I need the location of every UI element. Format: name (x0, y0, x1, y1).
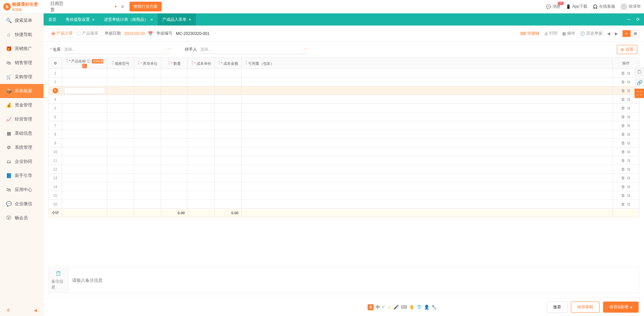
view-list-button[interactable]: ≡ (623, 30, 631, 37)
save-draft-button[interactable]: 保存草稿 (571, 302, 600, 313)
table-row[interactable]: 10🗑⧉ (49, 147, 639, 156)
delete-icon[interactable]: 🗑 (621, 97, 625, 102)
date-value[interactable]: 2023-03-20 (124, 31, 145, 36)
copy-icon[interactable]: ⧉ (627, 202, 630, 207)
tab-minimize-button[interactable]: — (625, 15, 633, 24)
prev-button[interactable]: ◀ (607, 31, 610, 36)
delete-icon[interactable]: 🗑 (621, 132, 625, 137)
view-card-button[interactable]: ▦ (631, 30, 639, 37)
calendar-icon[interactable]: 📅 (148, 31, 153, 36)
th-avail[interactable]: ▲▼可用量（包装） (241, 58, 612, 69)
settings-button[interactable]: ⚙ 设置 (617, 45, 637, 54)
discard-button[interactable]: 放弃 (547, 302, 568, 313)
add-row-icon[interactable]: + (53, 88, 58, 93)
tab-1[interactable]: 售价提取设置✕ (61, 13, 99, 26)
radio-product-in[interactable]: 产品入库 (51, 31, 73, 36)
sidebar-item-12[interactable]: 🛍应用中心 (0, 183, 44, 197)
dock-note-button[interactable]: 🗒 (635, 67, 644, 77)
copy-icon[interactable]: ⧉ (627, 115, 630, 119)
sidebar-item-10[interactable]: 🗂企业协同 (0, 154, 44, 169)
sidebar-item-1[interactable]: ⌂快捷导航 (0, 28, 44, 42)
gear-icon[interactable]: ⚙ (121, 4, 124, 9)
handler-select[interactable]: 选择... ⋯ (200, 45, 308, 54)
delete-icon[interactable]: 🗑 (621, 176, 625, 180)
dots-icon[interactable]: ⋯ (304, 47, 308, 51)
table-row[interactable]: 5🗑⧉ (49, 104, 639, 112)
th-unit[interactable]: ▲▼*库存单位 (134, 58, 161, 69)
sidebar-item-9[interactable]: ⚙系统管理 (0, 140, 44, 154)
sidebar-item-14[interactable]: Ⓥ畅会员 (0, 211, 44, 225)
table-row[interactable]: +🗑⧉ (49, 86, 639, 95)
table-row[interactable]: 2🗑⧉ (49, 78, 639, 86)
delete-icon[interactable]: 🗑 (621, 193, 625, 198)
delete-icon[interactable]: 🗑 (621, 167, 625, 172)
sidebar-item-3[interactable]: 🛍销售管理 (0, 56, 44, 70)
print-button[interactable]: 🖨 打印 (544, 31, 557, 36)
sidebar-item-13[interactable]: 💬企业微信 (0, 197, 44, 211)
ime-hand-icon[interactable]: ✋ (409, 305, 415, 310)
gear-icon[interactable]: ⚙ (7, 308, 10, 313)
service-link[interactable]: 🎧 在线客服 (593, 4, 615, 9)
app-download-link[interactable]: 📱 App下载 (566, 4, 587, 9)
copy-icon[interactable]: ⧉ (627, 88, 630, 93)
delete-icon[interactable]: 🗑 (621, 184, 625, 189)
sidebar-item-4[interactable]: 🛒采购管理 (0, 70, 44, 84)
radio-product-out[interactable]: 产品退库 (77, 31, 98, 36)
table-row[interactable]: 4🗑⧉ (49, 95, 639, 104)
ime-shirt-icon[interactable]: 👕 (417, 305, 422, 310)
copy-icon[interactable]: ⧉ (627, 158, 630, 163)
close-icon[interactable]: ✕ (189, 18, 191, 21)
sidebar-item-0[interactable]: 🔍搜索菜单 (0, 13, 44, 28)
tab-3[interactable]: 产成品入库单✕ (158, 13, 196, 26)
ime-mic-icon[interactable]: 🎤 (393, 305, 399, 310)
delete-icon[interactable]: 🗑 (621, 106, 625, 110)
messages-link[interactable]: 💬 消息 70 (546, 4, 560, 9)
ime-tool-icon[interactable]: 🔧 (431, 305, 437, 310)
ime-keyboard-icon[interactable]: ⌨ (401, 305, 407, 310)
save-new-button[interactable]: 保存&新增 ▾ (603, 302, 639, 313)
copy-icon[interactable]: ⧉ (627, 80, 630, 84)
delete-icon[interactable]: 🗑 (621, 202, 625, 207)
shortcut-button[interactable]: ⌨ 快捷键 (520, 31, 539, 36)
delete-icon[interactable]: 🗑 (621, 123, 625, 128)
dots-icon[interactable]: ⋯ (167, 47, 171, 51)
sidebar-item-6[interactable]: 💰资金管理 (0, 98, 44, 112)
copy-icon[interactable]: ⧉ (627, 176, 630, 180)
tab-0[interactable]: 首页 (44, 13, 61, 26)
delete-icon[interactable]: 🗑 (621, 88, 625, 93)
table-row[interactable]: 14🗑⧉ (49, 182, 639, 191)
table-row[interactable]: 7🗑⧉ (49, 121, 639, 130)
collapse-icon[interactable]: ◀ (34, 308, 37, 313)
ime-user-icon[interactable]: 👤 (424, 305, 429, 310)
sidebar-item-5[interactable]: 📦库存核算 (0, 84, 44, 98)
close-icon[interactable]: ✕ (150, 18, 153, 21)
delete-icon[interactable]: 🗑 (621, 80, 625, 84)
dept-selector[interactable]: 日用百货 ▼ (50, 1, 117, 13)
product-name-input[interactable] (64, 87, 105, 94)
table-row[interactable]: 9🗑⧉ (49, 139, 639, 147)
table-row[interactable]: 8🗑⧉ (49, 130, 639, 139)
plan-button[interactable]: 体验行业方案 (129, 2, 162, 11)
operate-button[interactable]: ▦ 操作 (562, 31, 575, 36)
table-row[interactable]: 6🗑⧉ (49, 112, 639, 121)
delete-icon[interactable]: 🗑 (621, 149, 625, 154)
th-gear[interactable]: ⚙ (49, 58, 62, 69)
tab-refresh-button[interactable]: ⟳ (634, 15, 642, 24)
copy-icon[interactable]: ⧉ (627, 149, 630, 154)
ime-icon[interactable]: •ˇ (382, 305, 385, 310)
sidebar-item-11[interactable]: 📘新手引导 (0, 169, 44, 183)
copy-icon[interactable]: ⧉ (627, 184, 630, 189)
remarks-input[interactable] (69, 268, 639, 293)
delete-icon[interactable]: 🗑 (621, 115, 625, 119)
next-button[interactable]: ▶ (615, 31, 618, 36)
th-spec[interactable]: ▲▼规格型号 (107, 58, 134, 69)
th-name[interactable]: ▲▼*产品名称 ⓘ扫码录入 (62, 58, 107, 69)
user-menu[interactable]: 徐泽华 (621, 3, 641, 10)
copy-icon[interactable]: ⧉ (627, 71, 630, 76)
dock-link-button[interactable]: 🔗 (635, 78, 644, 87)
tab-2[interactable]: 进货单统计表（按商品）✕ (99, 13, 158, 26)
ime-emoji-icon[interactable]: ☺ (387, 305, 391, 310)
table-row[interactable]: 1🗑⧉ (49, 69, 639, 78)
delete-icon[interactable]: 🗑 (621, 158, 625, 163)
delete-icon[interactable]: 🗑 (621, 141, 625, 145)
